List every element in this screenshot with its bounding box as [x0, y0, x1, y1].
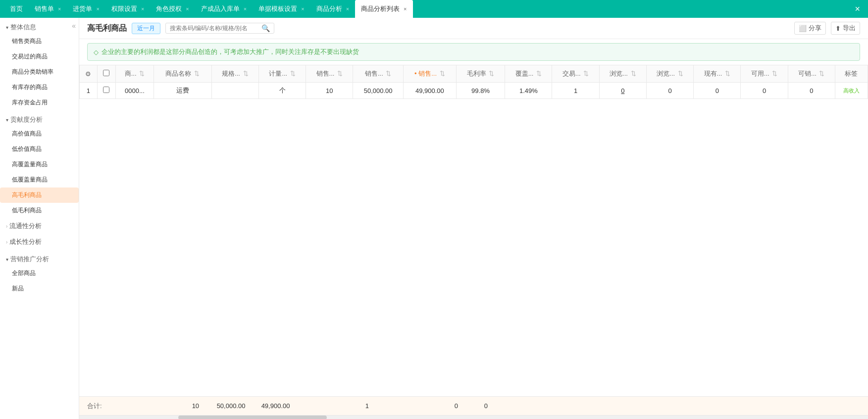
sidebar-group-overall-info[interactable]: ▾ 整体信息 [0, 18, 79, 34]
cell-name: 运费 [153, 83, 211, 99]
sidebar-group-growth[interactable]: › 成长性分析 [0, 234, 79, 250]
row-checkbox[interactable] [103, 87, 109, 93]
close-product-analysis-list-icon[interactable]: × [404, 0, 407, 18]
sidebar-item-low-coverage[interactable]: 低覆盖量商品 [0, 172, 79, 187]
sidebar-collapse-button[interactable]: « [72, 22, 76, 30]
window-close-button[interactable]: × [851, 4, 864, 14]
col-saleable-stock: 可销... ⇅ [788, 65, 835, 83]
col-trade-count: 交易... ⇅ [552, 65, 599, 83]
col-sales-qty: 销售... ⇅ [306, 65, 353, 83]
share-button[interactable]: ⬜ 分享 [794, 22, 826, 35]
cell-sales-amount: 50,000.00 [353, 83, 404, 99]
search-input[interactable] [170, 25, 259, 32]
sidebar-item-sales-goods[interactable]: 销售类商品 [0, 34, 79, 49]
nav-purchase-order[interactable]: 进货单 × [67, 0, 105, 18]
sidebar-item-all-goods[interactable]: 全部商品 [0, 266, 79, 281]
col-coverage: 覆盖... ⇅ [505, 65, 552, 83]
close-template-settings-icon[interactable]: × [301, 0, 304, 18]
sidebar-item-low-value[interactable]: 低价值商品 [0, 141, 79, 157]
export-button[interactable]: ⬆ 导出 [831, 22, 860, 35]
top-navigation: 首页 销售单 × 进货单 × 权限设置 × 角色授权 × 产成品入库单 × 单据… [0, 0, 868, 18]
info-bar: ◇ 企业的主要的利润都是这部分商品创造的，可考虑加大推广，同时关注库存是不要出现… [87, 43, 860, 61]
col-settings[interactable]: ⚙ [80, 65, 98, 83]
cell-trade-count: 1 [552, 83, 599, 99]
sidebar: « ▾ 整体信息 销售类商品 交易过的商品 商品分类助销率 有库存的商品 库存资… [0, 18, 79, 419]
cell-current-stock: 0 [694, 83, 741, 99]
close-permissions-icon[interactable]: × [141, 0, 144, 18]
sidebar-group-contribution-analysis[interactable]: ▾ 贡献度分析 [0, 110, 79, 126]
close-role-auth-icon[interactable]: × [186, 0, 189, 18]
col-tag: 标签 [835, 65, 868, 83]
footer-available-stock: 0 [481, 402, 511, 410]
cell-view2: 0 [646, 83, 693, 99]
footer-trade-count: 1 [362, 402, 392, 410]
table-wrapper[interactable]: ⚙ 商... ⇅ 商品名称 ⇅ 规格... ⇅ 计量... ⇅ 销售... ⇅ … [79, 65, 868, 396]
sidebar-item-category-rate[interactable]: 商品分类助销率 [0, 64, 79, 80]
info-icon: ◇ [94, 48, 99, 56]
nav-permissions[interactable]: 权限设置 × [105, 0, 150, 18]
cell-sales-qty: 10 [306, 83, 353, 99]
nav-home[interactable]: 首页 [4, 0, 29, 18]
sidebar-item-new-goods[interactable]: 新品 [0, 281, 79, 296]
cell-view1[interactable]: 0 [599, 83, 646, 99]
footer-sales-amount: 50,000.00 [214, 402, 258, 410]
select-all-checkbox[interactable] [103, 70, 109, 76]
page-title: 高毛利商品 [87, 23, 127, 34]
nav-product-analysis[interactable]: 商品分析 × [310, 0, 355, 18]
footer-current-stock: 0 [452, 402, 481, 410]
cell-sku-code: 0000... [116, 83, 154, 99]
cell-tag: 高收入 [835, 83, 868, 99]
nav-product-analysis-list[interactable]: 商品分析列表 × [355, 0, 412, 18]
export-icon: ⬆ [835, 25, 841, 32]
cell-checkbox[interactable] [97, 83, 115, 99]
footer-cells: 10 50,000.00 49,900.00 1 0 0 [110, 402, 860, 410]
col-sku-code: 商... ⇅ [116, 65, 154, 83]
nav-sales-order[interactable]: 销售单 × [29, 0, 67, 18]
col-gross-rate: 毛利率 ⇅ [456, 65, 505, 83]
sidebar-item-stocked-goods[interactable]: 有库存的商品 [0, 80, 79, 95]
footer-sales-profit: 49,900.00 [258, 402, 303, 410]
data-table: ⚙ 商... ⇅ 商品名称 ⇅ 规格... ⇅ 计量... ⇅ 销售... ⇅ … [79, 65, 868, 99]
table-header-row: ⚙ 商... ⇅ 商品名称 ⇅ 规格... ⇅ 计量... ⇅ 销售... ⇅ … [80, 65, 868, 83]
col-name: 商品名称 ⇅ [153, 65, 211, 83]
main-layout: « ▾ 整体信息 销售类商品 交易过的商品 商品分类助销率 有库存的商品 库存资… [0, 18, 868, 419]
sidebar-group-liquidity[interactable]: › 流通性分析 [0, 218, 79, 234]
cell-gross-rate: 99.8% [456, 83, 505, 99]
col-available-stock: 可用... ⇅ [741, 65, 788, 83]
sidebar-item-traded-goods[interactable]: 交易过的商品 [0, 49, 79, 64]
scrollbar-thumb[interactable] [178, 416, 327, 419]
total-label: 合计: [87, 402, 102, 411]
col-spec: 规格... ⇅ [211, 65, 258, 83]
close-sales-order-icon[interactable]: × [58, 0, 61, 18]
cell-unit: 个 [258, 83, 306, 99]
close-product-inbound-icon[interactable]: × [244, 0, 247, 18]
horizontal-scrollbar[interactable] [79, 415, 868, 419]
share-icon: ⬜ [799, 25, 807, 32]
col-sales-profit: • 销售... ⇅ [403, 65, 456, 83]
col-unit: 计量... ⇅ [258, 65, 306, 83]
filter-recent-month-button[interactable]: 近一月 [132, 23, 160, 34]
close-product-analysis-icon[interactable]: × [346, 0, 349, 18]
sidebar-item-high-coverage[interactable]: 高覆盖量商品 [0, 157, 79, 172]
sidebar-item-low-margin[interactable]: 低毛利商品 [0, 203, 79, 218]
footer-bar: 合计: 10 50,000.00 49,900.00 1 0 0 [79, 396, 868, 415]
sidebar-item-high-value[interactable]: 高价值商品 [0, 126, 79, 141]
cell-available-stock: 0 [741, 83, 788, 99]
search-box: 🔍 [165, 23, 274, 34]
chevron-right-icon: › [6, 239, 7, 245]
cell-spec [211, 83, 258, 99]
close-purchase-order-icon[interactable]: × [96, 0, 99, 18]
col-checkbox[interactable] [97, 65, 115, 83]
col-current-stock: 现有... ⇅ [694, 65, 741, 83]
nav-role-auth[interactable]: 角色授权 × [150, 0, 195, 18]
sidebar-item-high-margin[interactable]: 高毛利商品 [0, 187, 79, 203]
search-icon[interactable]: 🔍 [261, 24, 270, 32]
cell-index: 1 [80, 83, 98, 99]
sidebar-group-marketing[interactable]: ▾ 营销推广分析 [0, 250, 79, 266]
table-row: 1 0000... 运费 个 10 50,000.00 49,900.00 99… [80, 83, 868, 99]
nav-template-settings[interactable]: 单据模板设置 × [253, 0, 310, 18]
col-view2: 浏览... ⇅ [646, 65, 693, 83]
nav-product-inbound[interactable]: 产成品入库单 × [195, 0, 253, 18]
chevron-right-icon: › [6, 224, 7, 229]
sidebar-item-stock-capital[interactable]: 库存资金占用 [0, 95, 79, 110]
